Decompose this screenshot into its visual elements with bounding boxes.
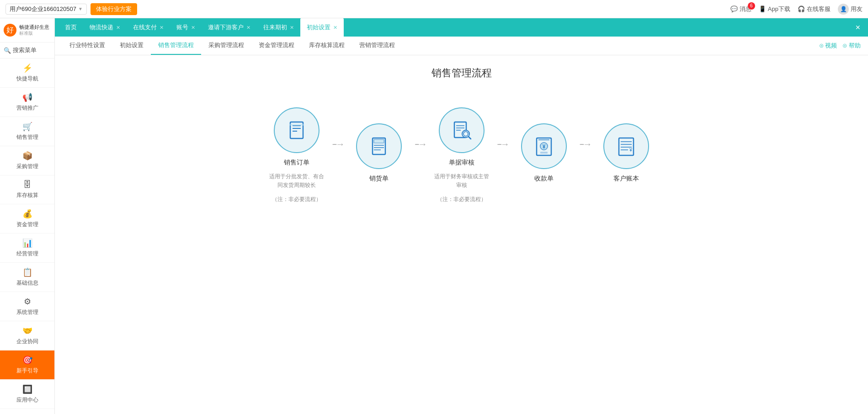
flow-label-customer-account: 客户账本 <box>613 175 639 183</box>
top-bar-right: 💬 消息 6 📱 App下载 🎧 在线客服 👤 用友 <box>730 4 863 15</box>
search-label: 搜索菜单 <box>13 46 37 54</box>
flow-label-sales-order: 销售订单 <box>284 159 309 167</box>
sidebar-item-label: 企业协同 <box>16 338 38 345</box>
sidebar-item-basic-info[interactable]: 📋 基础信息 <box>0 263 54 292</box>
subtab-industry-feature[interactable]: 行业特性设置 <box>62 37 112 55</box>
flow-item-doc-audit: 单据审核 适用于财务审核或主管审核 （注：非必要流程） <box>430 107 494 204</box>
text-help-button[interactable]: ⊙ 帮助 <box>842 42 861 50</box>
sidebar-item-inventory[interactable]: 🗄 库存核算 <box>0 175 54 204</box>
flow-note-doc-audit: （注：非必要流程） <box>437 195 486 204</box>
tab-invite-downstream[interactable]: 邀请下游客户 ✕ <box>202 18 257 37</box>
app-download-item[interactable]: 📱 App下载 <box>759 5 790 13</box>
sidebar-item-label: 新手引导 <box>16 367 38 375</box>
logo-icon: 好 <box>4 24 16 37</box>
flow-circle-sales-order[interactable] <box>274 107 320 153</box>
tab-logistics-label: 物流快递 <box>90 23 113 32</box>
sidebar-item-enterprise-collab[interactable]: 🤝 企业协同 <box>0 321 54 350</box>
subtab-inventory-flow[interactable]: 库存核算流程 <box>302 37 352 55</box>
tab-account[interactable]: 账号 ✕ <box>170 18 202 37</box>
flow-circle-sales-invoice[interactable] <box>356 123 402 169</box>
flow-arrow-3: --→ <box>494 139 512 149</box>
inventory-icon: 🗄 <box>23 180 32 190</box>
operations-icon: 📊 <box>22 238 32 248</box>
flow-label-sales-invoice: 销货单 <box>369 175 389 183</box>
avatar: 👤 <box>838 4 849 15</box>
sidebar-item-operations[interactable]: 📊 经营管理 <box>0 234 54 263</box>
tab-payment-label: 在线支付 <box>133 23 157 32</box>
message-badge: 6 <box>748 2 755 10</box>
purchase-icon: 📦 <box>22 151 32 161</box>
nav-close-all[interactable]: ✕ <box>852 24 864 31</box>
sidebar-item-marketing-promo[interactable]: 📢 营销推广 <box>0 88 54 117</box>
svg-text:¥: ¥ <box>542 143 545 150</box>
tab-initial-close[interactable]: ✕ <box>333 25 337 31</box>
tab-account-close[interactable]: ✕ <box>191 25 195 31</box>
sales-icon: 🛒 <box>22 122 32 132</box>
flow-arrow-4: --→ <box>576 139 594 149</box>
sidebar-item-finance[interactable]: 💰 资金管理 <box>0 204 54 234</box>
content-area: 首页 物流快递 ✕ 在线支付 ✕ 账号 ✕ 邀请下游客户 ✕ 往来期初 ✕ <box>55 18 868 414</box>
svg-rect-22 <box>619 138 634 155</box>
sub-tabs: 行业特性设置 初始设置 销售管理流程 采购管理流程 资金管理流程 库存核算流程 <box>55 37 868 55</box>
tab-invite-close[interactable]: ✕ <box>246 25 250 31</box>
subtab-initial-setup[interactable]: 初始设置 <box>112 37 151 55</box>
sidebar-item-app-center[interactable]: 🔲 应用中心 <box>0 380 54 409</box>
sidebar-item-label: 快捷导航 <box>16 75 38 83</box>
sub-tabs-left: 行业特性设置 初始设置 销售管理流程 采购管理流程 资金管理流程 库存核算流程 <box>62 37 402 55</box>
tab-home-label: 首页 <box>65 23 77 32</box>
subtab-marketing-flow[interactable]: 营销管理流程 <box>352 37 402 55</box>
marketing-icon: 📢 <box>22 92 32 102</box>
flow-circle-receipt[interactable]: ¥ <box>521 123 567 169</box>
headset-icon: 🎧 <box>798 5 805 12</box>
flow-item-receipt: ¥ 收款单 <box>512 123 576 188</box>
sidebar-search[interactable]: 🔍 搜索菜单 <box>0 42 54 58</box>
user-profile-item[interactable]: 👤 用友 <box>838 4 863 15</box>
flow-item-customer-account: ¥ 客户账本 <box>594 123 658 188</box>
app-center-icon: 🔲 <box>22 384 32 394</box>
quick-nav-icon: ⚡ <box>22 63 32 73</box>
tab-logistics-close[interactable]: ✕ <box>116 25 120 31</box>
sidebar-item-label: 经营管理 <box>16 250 38 258</box>
tab-payment-close[interactable]: ✕ <box>160 25 164 31</box>
tab-logistics[interactable]: 物流快递 ✕ <box>83 18 127 37</box>
svg-rect-4 <box>289 124 304 126</box>
page-content: 销售管理流程 销售订单 适用于分批发货、有合同发货周期较长 <box>55 55 868 414</box>
tab-period-close[interactable]: ✕ <box>290 25 294 31</box>
tab-period-label: 往来期初 <box>263 23 287 32</box>
svg-line-15 <box>469 137 471 139</box>
sidebar-item-sales-mgmt[interactable]: 🛒 销售管理 <box>0 117 54 146</box>
tab-home[interactable]: 首页 <box>59 18 83 37</box>
customer-service-item[interactable]: 🎧 在线客服 <box>798 5 831 13</box>
username-label: 用友 <box>851 5 863 13</box>
flow-desc-sales-order: 适用于分批发货、有合同发货周期较长 <box>267 172 326 190</box>
flow-arrow-1: --→ <box>329 139 347 149</box>
subtab-purchase-label: 采购管理流程 <box>208 42 244 48</box>
tab-initial-setup[interactable]: 初始设置 ✕ <box>300 18 344 37</box>
flow-circle-customer-account[interactable]: ¥ <box>603 123 649 169</box>
trial-button[interactable]: 体验行业方案 <box>91 3 137 15</box>
subtab-industry-label: 行业特性设置 <box>69 42 105 48</box>
sub-tabs-right: ⊙ 视频 ⊙ 帮助 <box>819 42 861 50</box>
message-item[interactable]: 💬 消息 6 <box>730 5 751 13</box>
subtab-purchase-flow[interactable]: 采购管理流程 <box>201 37 251 55</box>
tab-account-label: 账号 <box>176 23 188 32</box>
subtab-inventory-label: 库存核算流程 <box>309 42 345 48</box>
sidebar-item-system-mgmt[interactable]: ⚙ 系统管理 <box>0 292 54 321</box>
sidebar-logo: 好 畅捷通好生意 标准版 <box>0 18 54 42</box>
tab-payment[interactable]: 在线支付 ✕ <box>127 18 170 37</box>
nav-tabs: 首页 物流快递 ✕ 在线支付 ✕ 账号 ✕ 邀请下游客户 ✕ 往来期初 ✕ <box>55 18 868 37</box>
video-help-button[interactable]: ⊙ 视频 <box>819 42 837 50</box>
subtab-sales-flow[interactable]: 销售管理流程 <box>151 37 201 55</box>
subtab-fund-flow[interactable]: 资金管理流程 <box>251 37 302 55</box>
sidebar-item-purchase-mgmt[interactable]: 📦 采购管理 <box>0 146 54 175</box>
flow-circle-doc-audit[interactable] <box>439 107 485 153</box>
subtab-initial-label: 初始设置 <box>120 42 144 48</box>
sidebar-item-enterprise-wechat[interactable]: 💬 企业微信 <box>0 409 54 414</box>
user-selector[interactable]: 用户690企业1660120507 ▼ <box>5 4 87 15</box>
tab-period-init[interactable]: 往来期初 ✕ <box>257 18 300 37</box>
flow-diagram: 销售订单 适用于分批发货、有合同发货周期较长 （注：非必要流程） --→ <box>73 98 850 213</box>
sidebar-item-new-guide[interactable]: 🎯 新手引导 <box>0 350 54 380</box>
logo-tag: 标准版 <box>19 30 49 37</box>
svg-rect-21 <box>540 152 548 154</box>
sidebar-item-quick-nav[interactable]: ⚡ 快捷导航 <box>0 58 54 88</box>
